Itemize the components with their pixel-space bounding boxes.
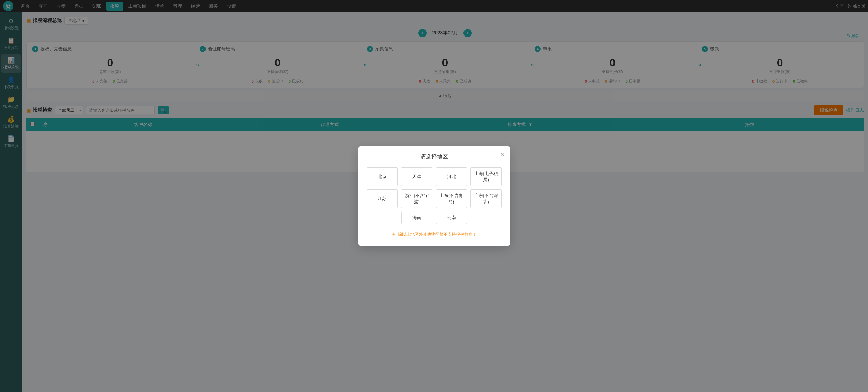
warning-icon: ⚠ [391, 232, 396, 237]
region-btn-beijing[interactable]: 北京 [367, 167, 398, 186]
region-btn-shanghai[interactable]: 上海(电子税局) [470, 167, 502, 186]
modal-warning: ⚠ 除以上地区外其他地区暂不支持报税检查！ [367, 229, 502, 240]
region-btn-yunnan[interactable]: 云南 [436, 212, 467, 224]
modal-body: 北京 天津 河北 上海(电子税局) 江苏 浙江(不含宁波) 山东(不含青岛) 广… [358, 165, 510, 246]
region-btn-zhejiang[interactable]: 浙江(不含宁波) [401, 189, 432, 208]
region-btn-guangdong[interactable]: 广东(不含深圳) [470, 189, 502, 208]
region-btn-hainan[interactable]: 海南 [401, 212, 432, 224]
region-btn-shandong[interactable]: 山东(不含青岛) [436, 189, 467, 208]
modal-overlay[interactable]: 请选择地区 ✕ 北京 天津 河北 上海(电子税局) 江苏 浙江(不含宁波) 山东… [0, 0, 868, 392]
modal-close-btn[interactable]: ✕ [500, 152, 505, 157]
region-btn-jiangsu[interactable]: 江苏 [367, 189, 398, 208]
region-select-modal: 请选择地区 ✕ 北京 天津 河北 上海(电子税局) 江苏 浙江(不含宁波) 山东… [358, 146, 510, 246]
warning-text: 除以上地区外其他地区暂不支持报税检查！ [398, 231, 477, 237]
modal-title: 请选择地区 [420, 154, 448, 159]
region-btn-hebei[interactable]: 河北 [436, 167, 467, 186]
region-row-1: 北京 天津 河北 上海(电子税局) [367, 167, 502, 186]
modal-header: 请选择地区 ✕ [358, 146, 510, 165]
region-btn-tianjin[interactable]: 天津 [401, 167, 432, 186]
region-row-2: 江苏 浙江(不含宁波) 山东(不含青岛) 广东(不含深圳) [367, 189, 502, 208]
region-row-3: 海南 云南 [367, 212, 502, 224]
